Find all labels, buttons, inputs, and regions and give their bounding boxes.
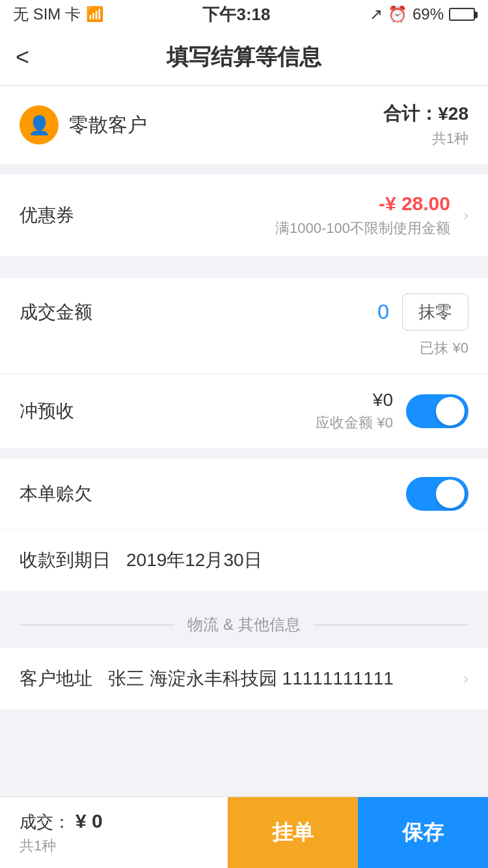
status-right: ↗ ⏰ 69% (370, 5, 475, 23)
wifi-icon: 📶 (86, 6, 103, 23)
coupon-label: 优惠券 (20, 203, 74, 228)
coupon-discount: -¥ 28.00 (275, 193, 450, 215)
due-value[interactable]: 2019年12月30日 (126, 548, 262, 573)
coupon-info: -¥ 28.00 满1000-100不限制使用金额 (275, 193, 450, 238)
coupon-card: 优惠券 -¥ 28.00 满1000-100不限制使用金额 › (0, 174, 488, 257)
nav-bar: < 填写结算等信息 (0, 29, 488, 86)
bottom-summary-row: 成交： ¥ 0 (20, 810, 208, 834)
prereceive-right: ¥0 应收金额 ¥0 (316, 390, 468, 433)
prereceive-label: 冲预收 (20, 399, 74, 424)
back-button[interactable]: < (16, 44, 29, 71)
battery-label: 69% (413, 5, 444, 23)
bottom-label: 成交： (20, 811, 70, 834)
amount-bottom: 已抹 ¥0 (20, 334, 468, 358)
status-left: 无 SIM 卡 📶 (13, 4, 103, 25)
credit-row: 本单赊欠 (0, 459, 488, 530)
amount-row: 成交金额 0 抹零 已抹 ¥0 (0, 278, 488, 374)
credit-toggle[interactable] (406, 477, 468, 511)
customer-name: 零散客户 (69, 112, 147, 139)
address-value: 张三 海淀永丰科技园 11111111111 (108, 666, 458, 691)
coupon-sub: 满1000-100不限制使用金额 (275, 219, 450, 238)
save-button[interactable]: 保存 (358, 797, 488, 869)
amount-label: 成交金额 (20, 300, 92, 325)
carrier-label: 无 SIM 卡 (13, 4, 81, 25)
bottom-summary: 成交： ¥ 0 共1种 (0, 810, 228, 856)
prereceive-sub: 应收金额 ¥0 (316, 413, 393, 433)
person-icon: 👤 (28, 115, 51, 136)
due-label: 收款到期日 (20, 548, 111, 573)
customer-avatar: 👤 (20, 105, 59, 144)
credit-toggle-knob (436, 480, 465, 508)
due-date-row: 收款到期日 2019年12月30日 (0, 530, 488, 591)
bottom-bar: 成交： ¥ 0 共1种 挂单 保存 (0, 796, 488, 868)
page-title: 填写结算等信息 (167, 42, 321, 72)
customer-total: 合计：¥28 共1种 (383, 102, 468, 148)
coupon-row[interactable]: 优惠券 -¥ 28.00 满1000-100不限制使用金额 › (0, 174, 488, 257)
prereceive-row: 冲预收 ¥0 应收金额 ¥0 (0, 374, 488, 448)
amount-right: 0 抹零 (377, 293, 468, 331)
credit-label: 本单赊欠 (20, 481, 92, 506)
total-count: 共1种 (383, 129, 468, 148)
bottom-amount: ¥ 0 (75, 810, 103, 832)
location-icon: ↗ (370, 5, 383, 23)
customer-row: 👤 零散客户 合计：¥28 共1种 (0, 86, 488, 164)
round-button[interactable]: 抹零 (402, 293, 468, 331)
toggle-knob (436, 397, 465, 426)
coupon-right: -¥ 28.00 满1000-100不限制使用金额 › (275, 193, 468, 238)
amount-top: 成交金额 0 抹零 (20, 293, 468, 331)
chevron-right-icon: › (463, 206, 468, 224)
total-amount: 合计：¥28 (383, 102, 468, 126)
section-sep-2 (0, 448, 488, 459)
logistics-header-text: 物流 & 其他信息 (187, 614, 300, 635)
header-line-right (314, 625, 468, 625)
customer-info: 👤 零散客户 (20, 105, 147, 144)
section-sep-3 (0, 591, 488, 601)
address-row[interactable]: 客户地址 张三 海淀永丰科技园 11111111111 › (0, 648, 488, 709)
section-sep-1 (0, 267, 488, 278)
status-time: 下午3:18 (202, 3, 270, 26)
pending-button[interactable]: 挂单 (228, 797, 358, 869)
bottom-count: 共1种 (20, 836, 208, 856)
prereceive-toggle[interactable] (406, 394, 468, 428)
prereceive-main: ¥0 (316, 390, 393, 411)
content: 👤 零散客户 合计：¥28 共1种 优惠券 -¥ 28.00 满1000-100… (0, 86, 488, 868)
amount-sub: 已抹 ¥0 (420, 338, 468, 358)
prereceive-amounts: ¥0 应收金额 ¥0 (316, 390, 393, 433)
alarm-icon: ⏰ (388, 5, 407, 23)
status-bar: 无 SIM 卡 📶 下午3:18 ↗ ⏰ 69% (0, 0, 488, 29)
address-label: 客户地址 (20, 666, 92, 691)
logistics-section-header: 物流 & 其他信息 (0, 601, 488, 648)
address-chevron-icon: › (463, 670, 468, 688)
amount-value[interactable]: 0 (377, 300, 389, 324)
battery-icon (449, 8, 475, 21)
header-line-left (20, 625, 174, 625)
